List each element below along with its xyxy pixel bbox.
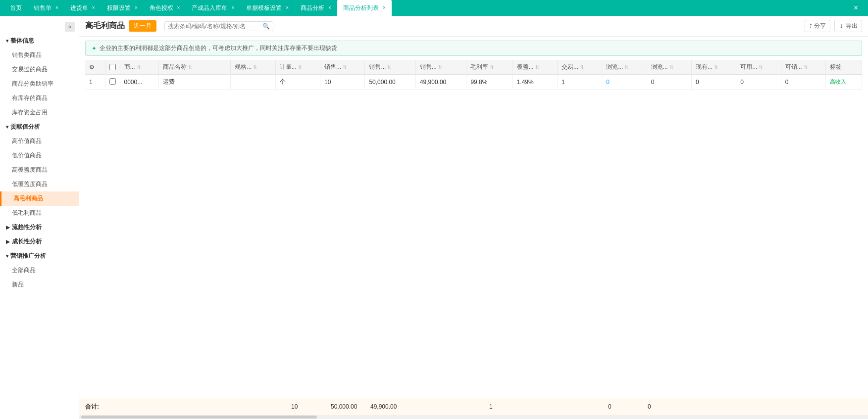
sort-icon-sales-qty: ⇅ (343, 64, 347, 70)
close-role-auth[interactable]: × (177, 0, 180, 16)
sort-icon-spec: ⇅ (253, 64, 257, 70)
nav-product-analysis-list[interactable]: 商品分析列表 × (337, 0, 392, 16)
close-purchase-order[interactable]: × (92, 0, 95, 16)
nav-sales-order[interactable]: 销售单 × (28, 0, 64, 16)
export-icon: ⤓ (839, 23, 844, 30)
cell-available-stock: 0 (736, 75, 781, 90)
th-settings[interactable]: ⚙ (85, 60, 105, 75)
footer-current-stock: 0 (604, 401, 644, 412)
th-sales-qty[interactable]: 销售...⇅ (320, 60, 365, 75)
th-views2[interactable]: 浏览...⇅ (647, 60, 691, 75)
sidebar-section-overall[interactable]: ▾ 整体信息 (0, 34, 79, 48)
sidebar-item-new-goods[interactable]: 新品 (0, 278, 79, 292)
footer-gross-spacer (406, 401, 446, 412)
cell-views1[interactable]: 0 (602, 75, 647, 90)
sidebar-section-growth[interactable]: ▶ 成长性分析 (0, 234, 79, 249)
section-arrow-marketing: ▾ (6, 253, 8, 259)
share-btn[interactable]: ⤴ 分享 (805, 20, 830, 32)
th-checkbox[interactable] (105, 60, 120, 75)
sidebar-item-low-value[interactable]: 低价值商品 (0, 148, 79, 163)
table-container: ⚙ 商...⇅ 商品名称⇅ 规 (79, 60, 868, 398)
sidebar-item-in-stock-goods[interactable]: 有库存的商品 (0, 91, 79, 105)
close-template-settings[interactable]: × (286, 0, 289, 16)
sidebar-item-high-margin[interactable]: 高毛利商品 (0, 191, 79, 206)
table-header-row: ⚙ 商...⇅ 商品名称⇅ 规 (85, 60, 862, 75)
footer-spacer1 (119, 401, 287, 412)
th-current-stock[interactable]: 现有...⇅ (691, 60, 736, 75)
footer-totals: 合计: 10 50,000.00 49,900.00 1 0 0 (79, 398, 868, 415)
th-unit[interactable]: 计量...⇅ (275, 60, 320, 75)
close-product-analysis[interactable]: × (328, 0, 331, 16)
cell-code: 0000... (120, 75, 158, 90)
search-icon[interactable]: 🔍 (262, 23, 270, 30)
sidebar-item-traded-goods[interactable]: 交易过的商品 (0, 62, 79, 77)
th-coverage[interactable]: 覆盖...⇅ (512, 60, 557, 75)
cell-transactions: 1 (557, 75, 602, 90)
th-sales-cost[interactable]: 销售...⇅ (415, 60, 466, 75)
tag-badge: 高收入 (830, 79, 846, 85)
nav-product-analysis[interactable]: 商品分析 × (295, 0, 337, 16)
cell-gross-rate: 99.8% (466, 75, 512, 90)
horizontal-scrollbar[interactable] (79, 415, 868, 419)
th-code[interactable]: 商...⇅ (120, 60, 158, 75)
nav-permission-settings[interactable]: 权限设置 × (101, 0, 144, 16)
search-input[interactable] (168, 23, 262, 30)
section-arrow-contribution: ▾ (6, 124, 8, 130)
nav-home[interactable]: 首页 (4, 0, 28, 16)
th-sales-amt[interactable]: 销售...⇅ (365, 60, 416, 75)
nav-purchase-order[interactable]: 进货单 × (64, 0, 101, 16)
close-all-btn[interactable]: × (848, 0, 864, 16)
close-sales-order[interactable]: × (55, 0, 58, 16)
sort-icon-views2: ⇅ (669, 64, 673, 70)
nav-role-auth[interactable]: 角色授权 × (144, 0, 186, 16)
cell-checkbox[interactable] (105, 75, 120, 90)
share-icon: ⤴ (809, 23, 812, 30)
section-arrow-overall: ▾ (6, 38, 8, 44)
row-checkbox[interactable] (109, 78, 116, 85)
sidebar-item-category-rate[interactable]: 商品分类助销率 (0, 77, 79, 91)
close-product-analysis-list[interactable]: × (383, 0, 386, 16)
th-views1[interactable]: 浏览...⇅ (602, 60, 647, 75)
th-name[interactable]: 商品名称⇅ (158, 60, 231, 75)
sidebar-item-high-value[interactable]: 高价值商品 (0, 134, 79, 148)
section-arrow-trend: ▶ (6, 225, 10, 230)
sidebar-section-contribution[interactable]: ▾ 贡献值分析 (0, 120, 79, 134)
close-permission-settings[interactable]: × (135, 0, 138, 16)
th-spec[interactable]: 规格...⇅ (231, 60, 275, 75)
section-arrow-growth: ▶ (6, 239, 10, 244)
tip-banner: ✦ 企业的主要的利润都是这部分商品创造的，可考虑加大推广，同时关注库存量不要出现… (85, 41, 862, 56)
th-saleable-stock[interactable]: 可销...⇅ (781, 60, 825, 75)
sort-icon-transactions: ⇅ (580, 64, 584, 70)
sidebar-section-marketing[interactable]: ▾ 营销推广分析 (0, 249, 79, 263)
cell-views2: 0 (647, 75, 691, 90)
data-table: ⚙ 商...⇅ 商品名称⇅ 规 (85, 60, 862, 90)
sidebar-item-all-goods[interactable]: 全部商品 (0, 263, 79, 278)
export-btn[interactable]: ⤓ 导出 (834, 20, 862, 32)
top-nav: 首页 销售单 × 进货单 × 权限设置 × 角色授权 × 产成品入库单 × 单据… (0, 0, 868, 16)
sidebar-collapse-btn[interactable]: « (65, 22, 75, 32)
header-actions: ⤴ 分享 ⤓ 导出 (805, 20, 862, 32)
cell-spec (231, 75, 275, 90)
nav-product-inbound[interactable]: 产成品入库单 × (186, 0, 240, 16)
sort-icon-coverage: ⇅ (535, 64, 539, 70)
sidebar-item-inventory-capital[interactable]: 库存资金占用 (0, 105, 79, 120)
nav-template-settings[interactable]: 单据模板设置 × (240, 0, 295, 16)
scroll-thumb[interactable] (81, 416, 317, 419)
sort-icon-unit: ⇅ (298, 64, 302, 70)
filter-period-btn[interactable]: 近一月 (129, 20, 156, 32)
cell-sales-amt: 50,000.00 (365, 75, 416, 90)
th-gross-rate[interactable]: 毛利率⇅ (466, 60, 512, 75)
sort-icon-sales-cost: ⇅ (438, 64, 442, 70)
sidebar-section-trend[interactable]: ▶ 流趋性分析 (0, 220, 79, 234)
cell-unit: 个 (275, 75, 320, 90)
close-product-inbound[interactable]: × (231, 0, 234, 16)
th-available-stock[interactable]: 可用...⇅ (736, 60, 781, 75)
th-transactions[interactable]: 交易...⇅ (557, 60, 602, 75)
page-title: 高毛利商品 (85, 21, 125, 31)
sidebar-item-low-coverage[interactable]: 低覆盖度商品 (0, 177, 79, 191)
select-all-checkbox[interactable] (109, 64, 116, 70)
cell-saleable-stock: 0 (781, 75, 825, 90)
sidebar-item-low-margin[interactable]: 低毛利商品 (0, 206, 79, 220)
sidebar-item-sales-goods[interactable]: 销售类商品 (0, 48, 79, 62)
sidebar-item-high-coverage[interactable]: 高覆盖度商品 (0, 163, 79, 177)
